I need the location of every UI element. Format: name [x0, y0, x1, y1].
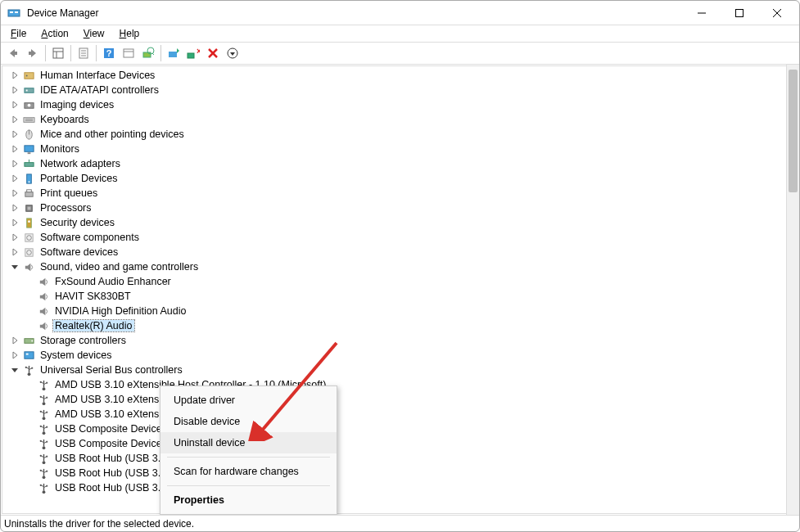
- device-item[interactable]: HAVIT SK830BT: [4, 289, 798, 304]
- usb-ctrl-icon: [37, 378, 50, 391]
- chevron-right-icon[interactable]: [9, 114, 20, 125]
- chevron-down-icon[interactable]: [9, 261, 20, 273]
- chevron-right-icon[interactable]: [9, 173, 20, 184]
- chevron-right-icon[interactable]: [9, 158, 20, 169]
- chevron-right-icon[interactable]: [9, 70, 20, 81]
- menu-view[interactable]: View: [77, 27, 111, 40]
- device-category[interactable]: Network adapters: [4, 156, 798, 171]
- chevron-right-icon[interactable]: [9, 187, 20, 199]
- device-category[interactable]: Software devices: [4, 245, 798, 259]
- device-category[interactable]: System devices: [4, 348, 798, 363]
- chevron-right-icon[interactable]: [9, 202, 20, 214]
- chevron-down-icon[interactable]: [9, 364, 20, 376]
- usb-ctrl-icon: [37, 422, 50, 435]
- disable-button[interactable]: [204, 44, 222, 62]
- svg-marker-7: [10, 49, 15, 57]
- chevron-right-icon[interactable]: [9, 217, 20, 228]
- device-category[interactable]: Processors: [4, 201, 798, 215]
- chevron-right-icon[interactable]: [9, 335, 20, 346]
- minimize-button[interactable]: [683, 1, 721, 25]
- device-item[interactable]: FxSound Audio Enhancer: [4, 274, 798, 289]
- vertical-scrollbar[interactable]: [786, 65, 799, 515]
- maximize-button[interactable]: [721, 1, 758, 25]
- chevron-right-icon[interactable]: [9, 246, 20, 258]
- svg-marker-39: [13, 101, 17, 108]
- cm-separator: [167, 485, 330, 486]
- svg-marker-61: [13, 205, 17, 211]
- device-item[interactable]: USB Root Hub (USB 3.0): [4, 480, 798, 495]
- device-label: Print queues: [38, 187, 99, 199]
- update-driver-button[interactable]: [165, 44, 183, 62]
- device-item[interactable]: USB Root Hub (USB 3.0): [4, 451, 798, 466]
- device-item[interactable]: AMD USB 3.10 eXtensible Host Controller …: [4, 392, 798, 407]
- device-item[interactable]: USB Composite Device: [4, 436, 798, 451]
- help-button[interactable]: ?: [100, 44, 118, 62]
- device-item[interactable]: USB Composite Device: [4, 422, 798, 436]
- chevron-right-icon[interactable]: [9, 143, 20, 155]
- svg-point-120: [39, 440, 41, 441]
- chevron-right-icon[interactable]: [9, 128, 20, 140]
- cm-disable-device[interactable]: Disable device: [160, 411, 337, 432]
- device-item[interactable]: AMD USB 3.10 eXtensible Host Controller …: [4, 407, 798, 422]
- usb-icon: [22, 363, 35, 376]
- chevron-right-icon[interactable]: [9, 99, 20, 110]
- device-category[interactable]: Human Interface Devices: [4, 68, 798, 83]
- toolbar-separator: [96, 45, 97, 61]
- chevron-right-icon[interactable]: [9, 232, 20, 243]
- scrollbar-thumb[interactable]: [789, 70, 798, 192]
- toolbar-extra-button[interactable]: [224, 44, 242, 62]
- menu-help[interactable]: Help: [113, 27, 147, 40]
- svg-rect-51: [27, 152, 30, 154]
- chevron-right-icon[interactable]: [9, 349, 20, 361]
- device-category[interactable]: Monitors: [4, 142, 798, 156]
- device-item[interactable]: USB Root Hub (USB 3.0): [4, 466, 798, 480]
- svg-rect-11: [53, 48, 63, 58]
- cm-properties[interactable]: Properties: [160, 489, 337, 511]
- back-button[interactable]: [4, 44, 22, 62]
- uninstall-button[interactable]: ×: [184, 44, 202, 62]
- svg-rect-115: [46, 426, 47, 427]
- svg-marker-75: [39, 277, 45, 285]
- svg-rect-38: [25, 89, 27, 91]
- device-category[interactable]: IDE ATA/ATAPI controllers: [4, 83, 798, 97]
- device-category[interactable]: Imaging devices: [4, 97, 798, 112]
- show-hide-tree-button[interactable]: [49, 44, 67, 62]
- device-category[interactable]: Mice and other pointing devices: [4, 127, 798, 142]
- svg-point-116: [42, 446, 45, 449]
- ide-icon: [22, 83, 35, 97]
- device-category[interactable]: Sound, video and game controllers: [4, 259, 798, 274]
- menu-file[interactable]: File: [4, 27, 33, 40]
- device-item[interactable]: AMD USB 3.10 eXtensible Host Controller …: [4, 377, 798, 392]
- device-label: Storage controllers: [38, 335, 128, 346]
- svg-point-138: [39, 484, 41, 485]
- chevron-right-icon[interactable]: [9, 84, 20, 96]
- svg-marker-76: [39, 292, 45, 300]
- menu-action[interactable]: Action: [34, 27, 75, 40]
- device-category[interactable]: Portable Devices: [4, 171, 798, 186]
- cm-scan-hardware[interactable]: Scan for hardware changes: [160, 461, 337, 482]
- device-category[interactable]: Security devices: [4, 215, 798, 230]
- device-category[interactable]: Software components: [4, 230, 798, 245]
- forward-button[interactable]: [24, 44, 42, 62]
- cm-update-driver[interactable]: Update driver: [160, 390, 337, 411]
- device-category[interactable]: Universal Serial Bus controllers: [4, 363, 798, 377]
- svg-rect-22: [143, 52, 151, 57]
- device-category[interactable]: Keyboards: [4, 112, 798, 127]
- toolbar-action-button[interactable]: [120, 44, 138, 62]
- device-item[interactable]: Realtek(R) Audio: [4, 318, 798, 333]
- svg-marker-78: [39, 322, 45, 329]
- device-item[interactable]: NVIDIA High Definition Audio: [4, 304, 798, 318]
- device-tree[interactable]: Human Interface DevicesIDE ATA/ATAPI con…: [2, 65, 798, 514]
- svg-marker-9: [31, 49, 36, 57]
- properties-button[interactable]: [75, 44, 93, 62]
- svg-point-66: [28, 220, 30, 223]
- device-label: USB Composite Device: [53, 438, 164, 449]
- close-button[interactable]: [758, 1, 796, 25]
- device-category[interactable]: Storage controllers: [4, 333, 798, 348]
- cm-uninstall-device[interactable]: Uninstall device: [160, 432, 337, 453]
- scan-hardware-button[interactable]: [139, 44, 157, 62]
- device-category[interactable]: Print queues: [4, 186, 798, 201]
- svg-point-90: [25, 366, 26, 367]
- svg-rect-91: [31, 367, 33, 368]
- device-label: USB Root Hub (USB 3.0): [53, 482, 171, 494]
